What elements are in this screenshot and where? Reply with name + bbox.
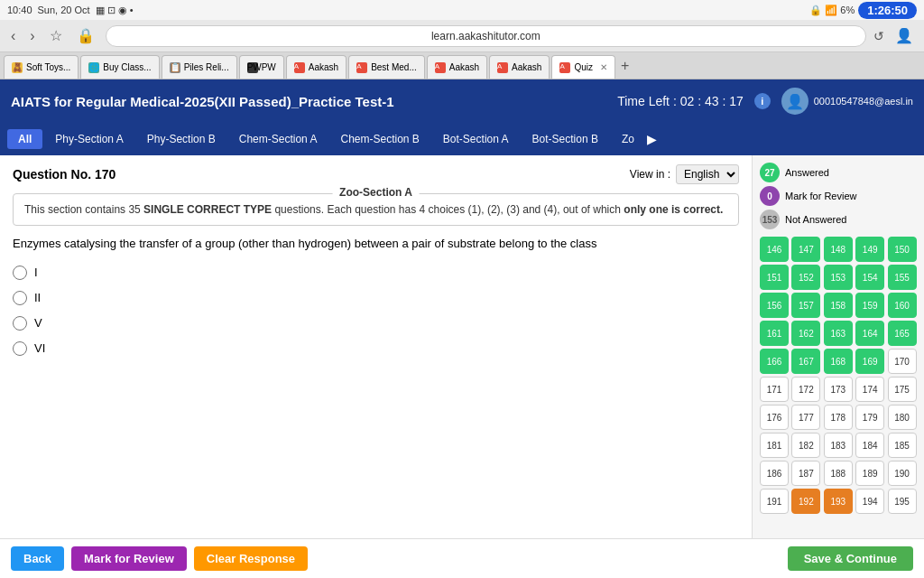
tab-label: Piles Reli... — [184, 62, 229, 72]
question-grid-btn-179[interactable]: 179 — [855, 405, 884, 430]
question-grid-btn-170[interactable]: 170 — [888, 349, 917, 374]
question-grid-btn-155[interactable]: 155 — [888, 265, 917, 290]
question-grid-btn-150[interactable]: 150 — [888, 237, 917, 262]
question-grid: 1461471481491501511521531541551561571581… — [760, 237, 917, 514]
option-4[interactable]: VI — [13, 341, 739, 356]
question-grid-btn-177[interactable]: 177 — [791, 405, 820, 430]
profile-button[interactable]: 👤 — [892, 25, 917, 46]
legend-not-answered-label: Not Answered — [785, 214, 846, 225]
url-bar[interactable]: learn.aakashitutor.com — [106, 25, 866, 47]
clear-response-button[interactable]: Clear Response — [194, 546, 308, 571]
section-tab-zo[interactable]: Zo — [611, 129, 645, 149]
forward-nav-button[interactable]: › — [26, 26, 38, 46]
tab-close-icon[interactable]: ✕ — [600, 62, 607, 72]
question-grid-btn-181[interactable]: 181 — [760, 433, 789, 458]
question-grid-btn-153[interactable]: 153 — [824, 265, 853, 290]
tab-softtoys[interactable]: 🧸 Soft Toys... — [4, 55, 79, 79]
question-grid-btn-171[interactable]: 171 — [760, 377, 789, 402]
question-grid-btn-189[interactable]: 189 — [855, 461, 884, 486]
option-2-radio[interactable] — [13, 291, 27, 305]
question-grid-btn-169[interactable]: 169 — [855, 349, 884, 374]
tab-aakash3[interactable]: A Aakash — [489, 55, 550, 79]
question-grid-btn-164[interactable]: 164 — [855, 321, 884, 346]
question-grid-btn-175[interactable]: 175 — [888, 377, 917, 402]
question-grid-btn-157[interactable]: 157 — [791, 293, 820, 318]
tab-aakash1[interactable]: A Aakash — [286, 55, 346, 79]
question-grid-btn-163[interactable]: 163 — [824, 321, 853, 346]
question-grid-btn-191[interactable]: 191 — [760, 489, 789, 514]
question-grid-btn-172[interactable]: 172 — [791, 377, 820, 402]
question-grid-btn-194[interactable]: 194 — [855, 489, 884, 514]
language-select[interactable]: English — [676, 164, 739, 184]
question-grid-btn-184[interactable]: 184 — [855, 433, 884, 458]
question-grid-btn-165[interactable]: 165 — [888, 321, 917, 346]
status-icons: ▦ ⊡ ◉ • — [96, 5, 134, 16]
legend-not-answered-badge: 153 — [760, 210, 780, 229]
question-grid-btn-147[interactable]: 147 — [791, 237, 820, 262]
question-grid-btn-168[interactable]: 168 — [824, 349, 853, 374]
new-tab-button[interactable]: + — [617, 58, 633, 74]
question-grid-btn-188[interactable]: 188 — [824, 461, 853, 486]
tab-piles[interactable]: 📋 Piles Reli... — [162, 55, 237, 79]
question-grid-btn-151[interactable]: 151 — [760, 265, 789, 290]
info-icon[interactable]: i — [754, 93, 771, 109]
question-grid-btn-187[interactable]: 187 — [791, 461, 820, 486]
mark-review-button[interactable]: Mark for Review — [71, 546, 187, 571]
tab-quiz[interactable]: A Quiz ✕ — [551, 55, 615, 79]
question-grid-btn-158[interactable]: 158 — [824, 293, 853, 318]
option-4-label: VI — [34, 341, 45, 355]
legend-answered: 27 Answered — [760, 163, 917, 182]
option-1-radio[interactable] — [13, 266, 27, 280]
question-grid-btn-154[interactable]: 154 — [855, 265, 884, 290]
back-button[interactable]: Back — [11, 546, 64, 571]
question-grid-btn-167[interactable]: 167 — [791, 349, 820, 374]
question-grid-btn-180[interactable]: 180 — [888, 405, 917, 430]
question-grid-btn-152[interactable]: 152 — [791, 265, 820, 290]
question-grid-btn-160[interactable]: 160 — [888, 293, 917, 318]
question-grid-btn-149[interactable]: 149 — [855, 237, 884, 262]
tab-aakash2[interactable]: A Aakash — [427, 55, 487, 79]
question-grid-btn-183[interactable]: 183 — [824, 433, 853, 458]
question-grid-btn-185[interactable]: 185 — [888, 433, 917, 458]
section-tab-chem-b[interactable]: Chem-Section B — [329, 129, 430, 149]
question-grid-btn-195[interactable]: 195 — [888, 489, 917, 514]
tab-pw[interactable]: PW PW — [239, 55, 284, 79]
question-grid-btn-161[interactable]: 161 — [760, 321, 789, 346]
section-tab-phy-a[interactable]: Phy-Section A — [44, 129, 134, 149]
option-3-radio[interactable] — [13, 316, 27, 331]
section-scroll-right[interactable]: ▶ — [647, 132, 657, 146]
section-label-box: Zoo-Section A This section contains 35 S… — [13, 193, 739, 226]
question-grid-btn-174[interactable]: 174 — [855, 377, 884, 402]
option-4-radio[interactable] — [13, 341, 27, 356]
section-tab-bot-a[interactable]: Bot-Section A — [432, 129, 520, 149]
tab-buyclass[interactable]: 🌐 Buy Class... — [80, 55, 159, 79]
refresh-button[interactable]: ↺ — [873, 29, 884, 43]
question-grid-btn-176[interactable]: 176 — [760, 405, 789, 430]
question-grid-btn-156[interactable]: 156 — [760, 293, 789, 318]
question-grid-btn-190[interactable]: 190 — [888, 461, 917, 486]
section-tab-phy-b[interactable]: Phy-Section B — [136, 129, 226, 149]
question-grid-btn-162[interactable]: 162 — [791, 321, 820, 346]
save-continue-button[interactable]: Save & Continue — [788, 546, 913, 571]
question-grid-btn-192[interactable]: 192 — [791, 489, 820, 514]
section-tab-chem-a[interactable]: Chem-Section A — [228, 129, 328, 149]
section-tab-all[interactable]: All — [7, 129, 42, 149]
question-grid-btn-159[interactable]: 159 — [855, 293, 884, 318]
option-1-label: I — [34, 266, 38, 279]
option-3[interactable]: V — [13, 316, 739, 331]
section-tab-bot-b[interactable]: Bot-Section B — [522, 129, 609, 149]
question-grid-btn-186[interactable]: 186 — [760, 461, 789, 486]
back-nav-button[interactable]: ‹ — [7, 26, 19, 46]
tab-bestmed[interactable]: A Best Med... — [348, 55, 425, 79]
option-2[interactable]: II — [13, 291, 739, 305]
question-grid-btn-146[interactable]: 146 — [760, 237, 789, 262]
question-grid-btn-166[interactable]: 166 — [760, 349, 789, 374]
bookmark-button[interactable]: ☆ — [46, 25, 66, 46]
tab-label: Buy Class... — [103, 62, 151, 72]
question-grid-btn-173[interactable]: 173 — [824, 377, 853, 402]
question-grid-btn-182[interactable]: 182 — [791, 433, 820, 458]
option-1[interactable]: I — [13, 266, 739, 280]
question-grid-btn-193[interactable]: 193 — [824, 489, 853, 514]
question-grid-btn-178[interactable]: 178 — [824, 405, 853, 430]
question-grid-btn-148[interactable]: 148 — [824, 237, 853, 262]
